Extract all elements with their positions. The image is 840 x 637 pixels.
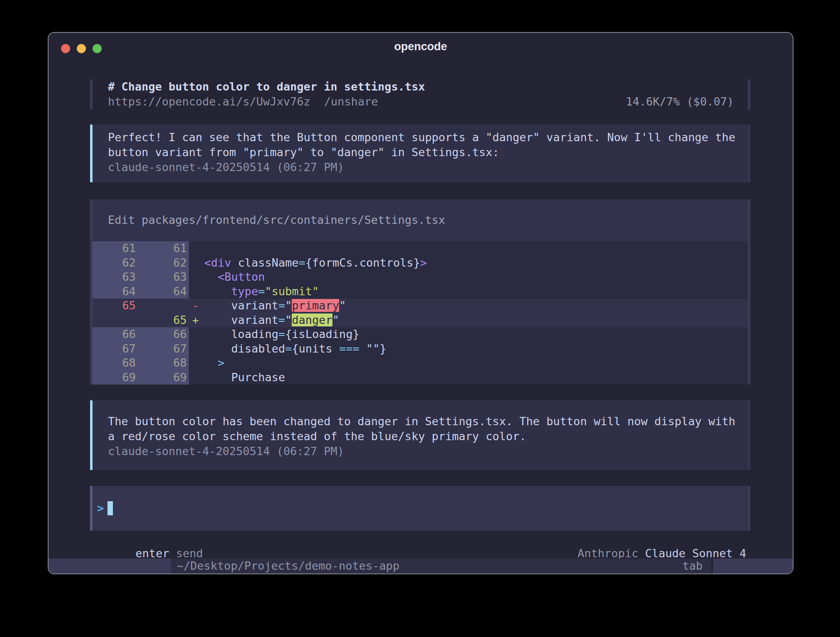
diff-row: 65- variant="primary" bbox=[93, 299, 748, 313]
send-action-hint bbox=[169, 547, 176, 560]
mode-badge[interactable]: BUILD MODE bbox=[711, 559, 793, 573]
prompt-chevron: > bbox=[97, 501, 104, 516]
message-text-line: The button color has been changed to dan… bbox=[108, 414, 734, 429]
titlebar: opencode bbox=[49, 33, 793, 62]
assistant-message-right-border bbox=[748, 400, 750, 470]
model-timestamp: claude-sonnet-4-20250514 (06:27 PM) bbox=[108, 160, 734, 175]
diff-row: 6868 > bbox=[93, 356, 748, 370]
assistant-message-1: Perfect! I can see that the Button compo… bbox=[90, 125, 750, 182]
enter-key-hint: enter bbox=[136, 547, 169, 560]
diff-row: 6767 disabled={units === ""} bbox=[93, 342, 748, 356]
prompt-input-right-border bbox=[748, 486, 750, 531]
share-header-right-border bbox=[748, 79, 750, 110]
assistant-message-2: The button color has been changed to dan… bbox=[90, 400, 750, 470]
unshare-command[interactable]: /unshare bbox=[324, 94, 378, 109]
app-version-badge: opencode v0.3.11 bbox=[49, 559, 171, 573]
text-cursor bbox=[107, 501, 113, 515]
model-timestamp: claude-sonnet-4-20250514 (06:27 PM) bbox=[108, 444, 734, 459]
working-directory: ~/Desktop/Projects/demo-notes-app bbox=[171, 559, 399, 573]
diff-row: 6969 Purchase bbox=[93, 370, 748, 385]
diff-rows: 61616262<div className={formCs.controls}… bbox=[93, 241, 748, 385]
edit-file-path: Edit packages/frontend/src/containers/Se… bbox=[93, 199, 748, 241]
diff-row: 65+ variant="danger" bbox=[93, 313, 748, 328]
diff-row: 6464 type="submit" bbox=[93, 284, 748, 299]
opencode-terminal-window: opencode # Change button color to danger… bbox=[48, 32, 794, 574]
assistant-message-right-border bbox=[748, 125, 750, 182]
status-bar: opencode v0.3.11 ~/Desktop/Projects/demo… bbox=[49, 559, 793, 573]
session-title: # Change button color to danger in setti… bbox=[108, 79, 734, 94]
diff-row: 6363 <Button bbox=[93, 270, 748, 284]
token-usage-cost: 14.6K/7% ($0.07) bbox=[626, 94, 734, 109]
diff-row: 6161 bbox=[93, 241, 748, 256]
provider-label: Anthropic bbox=[578, 547, 645, 560]
share-url-link[interactable]: https://opencode.ai/s/UwJxv76z bbox=[108, 94, 310, 109]
tab-key-hint: tab bbox=[682, 559, 711, 573]
diff-row: 6666 loading={isLoading} bbox=[93, 327, 748, 342]
prompt-input[interactable]: > bbox=[90, 486, 750, 531]
message-text-line: a red/rose color scheme instead of the b… bbox=[108, 429, 734, 444]
model-name: Claude Sonnet 4 bbox=[645, 547, 746, 560]
edit-card-right-border bbox=[748, 199, 750, 385]
message-text-line: button variant from "primary" to "danger… bbox=[108, 145, 734, 160]
edit-tool-card: Edit packages/frontend/src/containers/Se… bbox=[90, 199, 750, 385]
window-title: opencode bbox=[49, 39, 793, 54]
share-header: # Change button color to danger in setti… bbox=[90, 79, 750, 110]
diff-row: 6262<div className={formCs.controls}> bbox=[93, 256, 748, 270]
send-action-label: send bbox=[176, 547, 203, 560]
message-text-line: Perfect! I can see that the Button compo… bbox=[108, 130, 734, 145]
